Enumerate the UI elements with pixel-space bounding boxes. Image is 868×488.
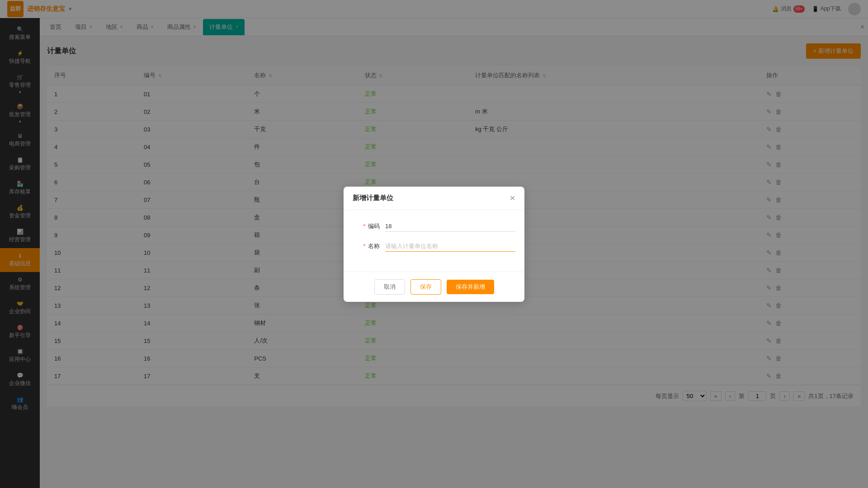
code-label: * 编码 — [353, 222, 380, 230]
code-form-row: * 编码 — [353, 221, 515, 232]
modal-body: * 编码 * 名称 — [344, 210, 524, 272]
code-required-marker: * — [363, 223, 365, 230]
modal-close-btn[interactable]: ✕ — [509, 194, 515, 202]
modal-overlay: 新增计量单位 ✕ * 编码 * 名称 取消 保存 保存并新增 — [0, 0, 868, 488]
cancel-button[interactable]: 取消 — [374, 279, 405, 295]
add-unit-modal: 新增计量单位 ✕ * 编码 * 名称 取消 保存 保存并新增 — [344, 187, 524, 302]
name-form-row: * 名称 — [353, 241, 515, 252]
modal-header: 新增计量单位 ✕ — [344, 187, 524, 210]
save-and-new-button[interactable]: 保存并新增 — [447, 280, 494, 294]
save-button[interactable]: 保存 — [410, 279, 441, 295]
modal-footer: 取消 保存 保存并新增 — [344, 272, 524, 302]
code-input[interactable] — [385, 221, 515, 232]
name-input[interactable] — [385, 241, 515, 252]
modal-title: 新增计量单位 — [353, 194, 393, 202]
name-required-marker: * — [363, 243, 365, 249]
name-label: * 名称 — [353, 242, 380, 250]
